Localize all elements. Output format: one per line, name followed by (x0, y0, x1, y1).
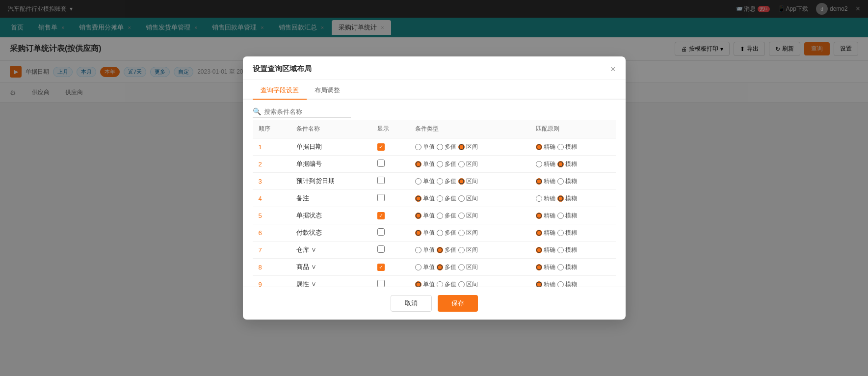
dialog-title: 设置查询区域布局 (253, 64, 312, 74)
tab-query-fields[interactable]: 查询字段设置 (253, 82, 307, 100)
modal-overlay: 设置查询区域布局 × 查询字段设置 布局调整 🔍 顺序 条件名称 显示 (0, 0, 868, 103)
dialog-close-button[interactable]: × (610, 65, 616, 74)
dialog: 设置查询区域布局 × 查询字段设置 布局调整 🔍 顺序 条件名称 显示 (243, 56, 626, 103)
tab-layout[interactable]: 布局调整 (307, 82, 348, 100)
dialog-tabs: 查询字段设置 布局调整 (243, 82, 626, 100)
dialog-search: 🔍 (243, 100, 626, 103)
dialog-header: 设置查询区域布局 × (243, 56, 626, 80)
